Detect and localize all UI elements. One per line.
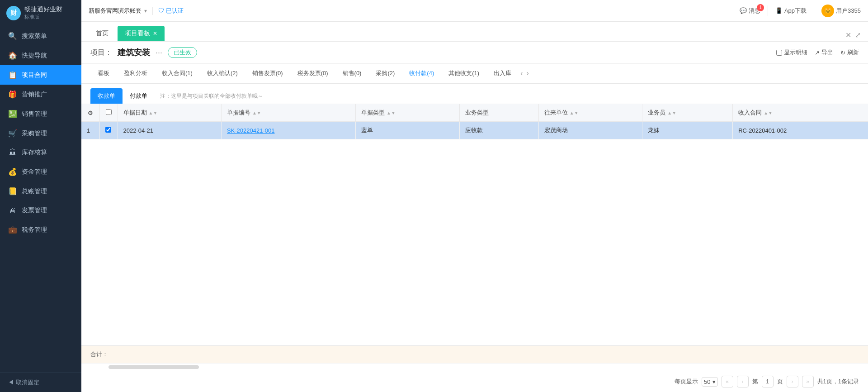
sub2tab-receipt-bill[interactable]: 收款单 [90,88,123,104]
more-options-button[interactable]: ··· [156,48,162,57]
sidebar-item-sales[interactable]: 💹 销售管理 [0,104,81,124]
pagination-prev-button[interactable]: ‹ [737,376,749,387]
subtab-sales-invoice[interactable]: 销售发票(0) [245,64,290,84]
sort-date-icon[interactable]: ▲▼ [149,110,158,115]
sidebar-item-label: 销售管理 [22,110,47,118]
export-button[interactable]: ↗ 导出 [815,48,833,57]
content-header: 项目： 建筑安装 ··· 已生效 显示明细 ↗ 导出 ↻ 刷新 [81,42,868,64]
sub2tab-payment-bill[interactable]: 付款单 [123,88,155,104]
tab-home[interactable]: 首页 [89,26,116,41]
col-type-label: 单据类型 [361,109,385,117]
subtab-profit[interactable]: 盈利分析 [117,64,155,84]
window-maximize-button[interactable]: ⤢ [855,31,861,39]
sort-number-icon[interactable]: ▲▼ [252,110,261,115]
col-type: 单据类型 ▲▼ [356,104,459,122]
project-title: 建筑安装 [118,47,150,58]
sidebar-item-finance[interactable]: 💰 资金管理 [0,162,81,182]
row-biz-type: 应收款 [459,122,538,139]
sub2tab-note: 注：这里是与项目关联的全部收付款单哦～ [160,92,263,100]
sidebar-item-label: 采购管理 [22,129,47,138]
account-selector[interactable]: 新服务官网演示账套 ▾ [89,7,153,15]
topbar: 新服务官网演示账套 ▾ 🛡 已认证 💬 消息 1 📱 App下载 🐱 用户335… [81,0,868,22]
col-income-contract-label: 收入合同 [738,109,762,117]
col-partner: 往来单位 ▲▼ [538,104,642,122]
subtab-profit-label: 盈利分析 [124,70,147,76]
sidebar-item-search[interactable]: 🔍 搜索菜单 [0,26,81,46]
subtab-sales[interactable]: 销售(0) [335,64,369,84]
sidebar-item-quicknav[interactable]: 🏠 快捷导航 [0,46,81,65]
tab-project-board[interactable]: 项目看板 ✕ [118,26,165,41]
row-biz-type-value: 应收款 [465,127,483,134]
row-number[interactable]: SK-20220421-001 [221,122,355,139]
sidebar-item-purchase[interactable]: 🛒 采购管理 [0,124,81,143]
sidebar-item-tax[interactable]: 💼 税务管理 [0,220,81,239]
sort-partner-icon[interactable]: ▲▼ [570,110,579,115]
sub2tab-payment-label: 付款单 [130,92,147,99]
col-number: 单据编号 ▲▼ [221,104,355,122]
row-date-value: 2022-04-21 [123,127,154,134]
sort-salesperson-icon[interactable]: ▲▼ [667,110,676,115]
total-info: 共1页，1条记录 [817,378,859,386]
content-header-actions: 显示明细 ↗ 导出 ↻ 刷新 [776,48,859,57]
col-checkbox[interactable] [99,104,118,122]
pagination-first-button[interactable]: « [722,376,733,387]
tabbar: 首页 项目看板 ✕ ✕ ⤢ [81,22,868,42]
page-number-input[interactable]: 1 [762,376,774,387]
sidebar-unpin-button[interactable]: ◀ 取消固定 [0,373,81,392]
row-num: 1 [81,122,99,139]
sidebar-item-ledger[interactable]: 📒 总账管理 [0,182,81,201]
sort-type-icon[interactable]: ▲▼ [387,110,396,115]
per-page-select[interactable]: 50 ▾ [702,377,717,387]
tab-home-label: 首页 [96,29,108,38]
row-select-checkbox[interactable] [105,127,111,133]
row-type: 蓝单 [356,122,459,139]
refresh-label: 刷新 [847,48,859,57]
account-dropdown-icon: ▾ [144,8,147,14]
subtab-next-nav[interactable]: › [524,64,530,83]
sidebar-item-invoice[interactable]: 🖨 发票管理 [0,201,81,220]
subtab-receipt[interactable]: 收付款(4) [402,64,441,84]
subtab-income-contract-label: 收入合同(1) [162,70,193,76]
subtab-income-contract[interactable]: 收入合同(1) [155,64,200,84]
sidebar-item-contract[interactable]: 📋 项目合同 [0,65,81,85]
horizontal-scrollbar[interactable] [108,365,199,369]
show-detail-checkbox-label[interactable]: 显示明细 [776,48,807,57]
row-checkbox[interactable] [99,122,118,139]
message-icon: 💬 [740,7,747,14]
sidebar-item-label: 总账管理 [22,187,47,196]
subtab-tax-invoice[interactable]: 税务发票(0) [290,64,335,84]
content-area: 项目： 建筑安装 ··· 已生效 显示明细 ↗ 导出 ↻ 刷新 [81,42,868,392]
pagination-last-button[interactable]: » [802,376,814,387]
main-content: 新服务官网演示账套 ▾ 🛡 已认证 💬 消息 1 📱 App下载 🐱 用户335… [81,0,868,392]
app-download-button[interactable]: 📱 App下载 [775,7,807,15]
export-icon: ↗ [815,49,820,56]
sidebar-item-label: 资金管理 [22,168,47,176]
subtab-income-confirm[interactable]: 收入确认(2) [200,64,245,84]
select-all-checkbox[interactable] [106,109,112,115]
sidebar-item-inventory[interactable]: 🏛 库存核算 [0,143,81,162]
user-menu[interactable]: 🐱 用户3355 [821,5,861,17]
subtab-sales-invoice-label: 销售发票(0) [252,70,283,76]
col-settings[interactable]: ⚙ [81,104,99,122]
tab-close-icon[interactable]: ✕ [153,30,157,37]
window-close-button[interactable]: ✕ [845,31,851,39]
pagination-next-button[interactable]: › [787,376,798,387]
prev-icon: ‹ [742,378,744,385]
subtab-inout[interactable]: 出入库 [486,64,519,84]
sort-contract-icon[interactable]: ▲▼ [764,110,773,115]
subtab-prev-nav[interactable]: ‹ [519,64,524,83]
sidebar-item-marketing[interactable]: 🎁 营销推广 [0,85,81,104]
show-detail-checkbox[interactable] [776,50,782,56]
subtab-kanban[interactable]: 看板 [90,64,117,84]
sidebar-item-label: 税务管理 [22,226,47,234]
col-salesperson: 业务员 ▲▼ [642,104,733,122]
row-number-link[interactable]: SK-20220421-001 [227,127,275,134]
subtab-other-expense[interactable]: 其他收支(1) [441,64,486,84]
table-row[interactable]: 1 2022-04-21 SK-20220421-001 蓝单 [81,122,868,139]
table-footer: 合计： [81,345,868,363]
subtab-purchase[interactable]: 采购(2) [368,64,402,84]
row-date: 2022-04-21 [118,122,221,139]
page-label: 第 [752,378,758,386]
refresh-button[interactable]: ↻ 刷新 [840,48,859,57]
messages-button[interactable]: 💬 消息 1 [740,7,760,15]
